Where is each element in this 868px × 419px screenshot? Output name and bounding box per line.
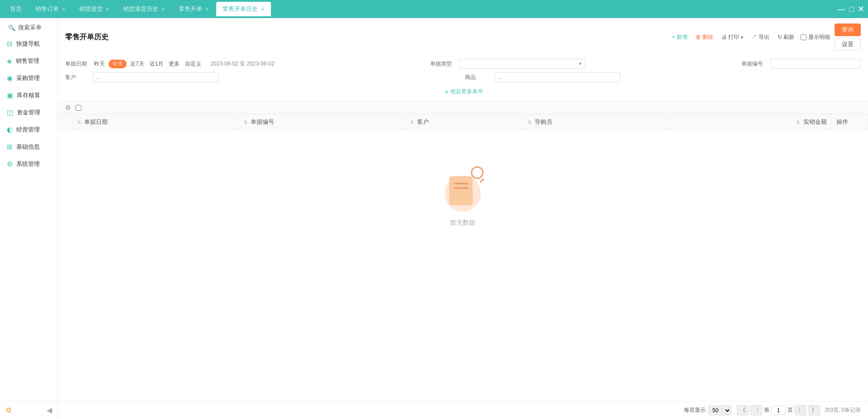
filter-row-customer: 客户 ... 商品 ...	[65, 72, 861, 82]
sidebar-item-operations[interactable]: ◐ 经营管理	[0, 121, 57, 138]
sort-customer-icon: ⇅	[410, 120, 414, 125]
settings-button[interactable]: 设置	[835, 38, 861, 51]
tab-sales-return[interactable]: 销货退货 ✕	[73, 2, 116, 16]
table-settings-icon[interactable]: ⚙	[65, 104, 71, 111]
sort-docnum-icon: ⇅	[244, 120, 247, 125]
content-area: 零售开单历史 + 新增 🗑 删除 🖨 打印 ▾ ↗ 导出 ↻ 刷新	[58, 18, 868, 419]
th-date[interactable]: ⇅ 单据日期	[72, 114, 239, 130]
page-number-input[interactable]	[771, 406, 786, 415]
tab-sales-return-history-close[interactable]: ✕	[161, 6, 165, 12]
sidebar-item-basic-info[interactable]: ⊞ 基础信息	[0, 138, 57, 155]
finance-icon: ◫	[7, 108, 13, 117]
th-customer[interactable]: ⇅ 客户	[405, 114, 523, 130]
sales-icon: ◈	[7, 57, 12, 65]
display-detail-checkbox[interactable]	[801, 34, 806, 40]
date-shortcuts: 昨天 今天 近7天 近1月 更多 自定义	[92, 60, 203, 68]
filter-area: 单据日期 昨天 今天 近7天 近1月 更多 自定义 2023-06-02 至 2…	[58, 54, 868, 101]
empty-illustration	[440, 166, 485, 212]
date-btn-7days[interactable]: 近7天	[128, 60, 146, 68]
tab-sales-return-history[interactable]: 销货退货历史 ✕	[117, 2, 171, 16]
tab-sales-return-close[interactable]: ✕	[105, 6, 109, 12]
window-close-btn[interactable]: ✕	[858, 4, 864, 14]
query-button[interactable]: 查询	[835, 24, 861, 36]
table-wrapper: ⇅ 单据日期 ⇅ 单据编号 ⇅ 客户 ⇅ 导购员	[58, 114, 868, 401]
export-button[interactable]: ↗ 导出	[749, 33, 771, 42]
print-dropdown-icon[interactable]: ▾	[741, 35, 743, 40]
customer-select[interactable]: ...	[92, 72, 219, 82]
filter-row-date: 单据日期 昨天 今天 近7天 近1月 更多 自定义 2023-06-02 至 2…	[65, 59, 861, 69]
purchase-icon: ◉	[7, 74, 13, 82]
th-doc-num[interactable]: ⇅ 单据编号	[239, 114, 405, 130]
doc-num-input[interactable]	[770, 59, 861, 69]
display-detail-toggle[interactable]: 显示明细	[801, 33, 830, 41]
tab-retail-order-history-close[interactable]: ✕	[261, 6, 265, 12]
inventory-icon: ▣	[7, 91, 13, 99]
th-amount[interactable]: ⇅ 实销金额	[665, 114, 831, 130]
per-page-label: 每页显示	[684, 406, 706, 414]
table-empty-row: 暂无数据	[58, 130, 868, 245]
tab-sales-order-close[interactable]: ✕	[62, 6, 66, 12]
page-header: 零售开单历史 + 新增 🗑 删除 🖨 打印 ▾ ↗ 导出 ↻ 刷新	[58, 18, 868, 54]
date-range-display: 2023-06-02 至 2023-06-02	[210, 60, 274, 68]
sort-amount-icon: ⇅	[796, 120, 800, 125]
sidebar-item-sales[interactable]: ◈ 销售管理	[0, 52, 57, 70]
main-layout: 🔍 搜索采单 ⊟ 快捷导航 ◈ 销售管理 ◉ 采购管理 ▣ 库存核算 ◫ 资金管…	[0, 18, 868, 419]
tab-sales-order[interactable]: 销售订单 ✕	[29, 2, 72, 16]
table-toolbar: ⚙	[58, 101, 868, 114]
table-header-row: ⇅ 单据日期 ⇅ 单据编号 ⇅ 客户 ⇅ 导购员	[58, 114, 868, 130]
sidebar-settings-icon[interactable]: ⚙	[5, 406, 12, 414]
page-suffix: 页	[787, 406, 793, 414]
sidebar-item-finance[interactable]: ◫ 资金管理	[0, 104, 57, 121]
sidebar-bottom: ⚙ ◀	[0, 401, 57, 419]
date-filter-label: 单据日期	[65, 60, 87, 68]
tab-retail-order[interactable]: 零售开单 ✕	[172, 2, 215, 16]
delete-button[interactable]: 🗑 删除	[694, 33, 715, 42]
doc-num-label: 单据编号	[741, 60, 765, 68]
window-maximize-btn[interactable]: □	[849, 5, 854, 14]
goods-select[interactable]: ...	[494, 72, 621, 82]
operations-icon: ◐	[7, 126, 13, 134]
system-icon: ⚙	[7, 160, 13, 168]
tab-retail-order-close[interactable]: ✕	[205, 6, 209, 12]
sidebar-search[interactable]: 🔍 搜索采单	[0, 18, 57, 35]
goods-label: 商品	[465, 74, 489, 81]
sidebar-item-system[interactable]: ⚙ 系统管理	[0, 155, 57, 173]
type-select[interactable]: ▾	[459, 59, 586, 69]
page-nav: 《 〈 第 页 〉 》	[737, 405, 820, 415]
collapse-more-btn[interactable]: ∧ 收起更多条件	[65, 86, 861, 97]
search-icon: 🔍	[8, 24, 15, 31]
select-all-checkbox[interactable]	[76, 105, 81, 111]
date-btn-1month[interactable]: 近1月	[148, 60, 166, 68]
window-minimize-btn[interactable]: —	[837, 5, 845, 14]
customer-label: 客户	[65, 74, 87, 81]
refresh-button[interactable]: ↻ 刷新	[776, 33, 796, 42]
window-controls: — □ ✕	[837, 4, 864, 14]
date-btn-today[interactable]: 今天	[109, 60, 127, 68]
tab-home[interactable]: 首页	[4, 2, 28, 16]
last-page-btn[interactable]: 》	[808, 405, 820, 415]
sidebar-item-purchase[interactable]: ◉ 采购管理	[0, 70, 57, 87]
type-filter-label: 单据类型	[430, 60, 454, 68]
prev-page-btn[interactable]: 〈	[750, 405, 762, 415]
query-settings-group: 查询 设置	[835, 24, 861, 51]
top-bar: 首页 销售订单 ✕ 销货退货 ✕ 销货退货历史 ✕ 零售开单 ✕ 零售开单历史 …	[0, 0, 868, 18]
add-button[interactable]: + 新增	[670, 33, 689, 42]
sidebar-item-inventory[interactable]: ▣ 库存核算	[0, 87, 57, 104]
sidebar-item-quick-nav[interactable]: ⊟ 快捷导航	[0, 35, 57, 52]
date-btn-more[interactable]: 更多	[167, 60, 181, 68]
next-page-btn[interactable]: 〉	[795, 405, 806, 415]
date-btn-yesterday[interactable]: 昨天	[92, 60, 107, 68]
date-btn-custom[interactable]: 自定义	[183, 60, 203, 68]
th-actions: 操作	[832, 114, 868, 130]
sidebar: 🔍 搜索采单 ⊟ 快捷导航 ◈ 销售管理 ◉ 采购管理 ▣ 库存核算 ◫ 资金管…	[0, 18, 58, 419]
th-guide[interactable]: ⇅ 导购员	[523, 114, 665, 130]
pagination: 每页显示 50 10 20 100 《 〈 第 页 〉 》 共0页, 0条记录	[58, 401, 868, 419]
first-page-btn[interactable]: 《	[737, 405, 749, 415]
sort-guide-icon: ⇅	[528, 120, 531, 125]
tab-retail-order-history[interactable]: 零售开单历史 ✕	[216, 2, 271, 16]
collapse-chevron-icon: ∧	[445, 89, 449, 95]
print-button[interactable]: 🖨 打印 ▾	[720, 33, 745, 42]
per-page-select[interactable]: 50 10 20 100	[708, 405, 731, 415]
sidebar-collapse-icon[interactable]: ◀	[47, 406, 52, 414]
table-body: 暂无数据	[58, 130, 868, 245]
